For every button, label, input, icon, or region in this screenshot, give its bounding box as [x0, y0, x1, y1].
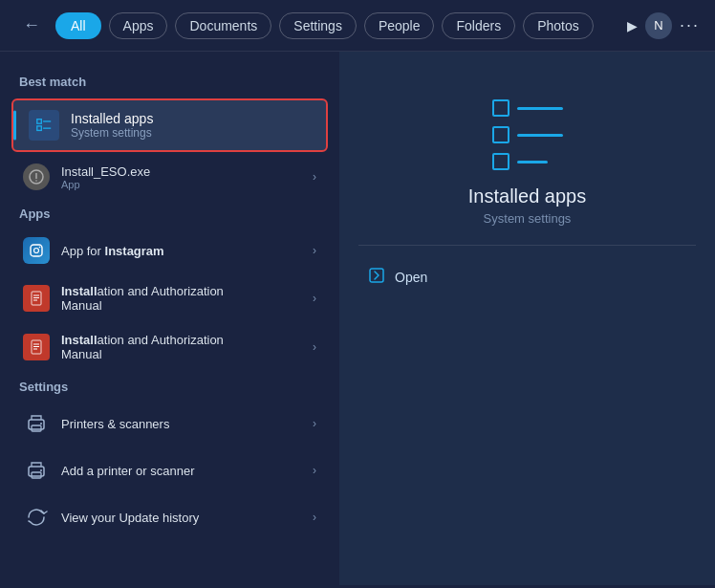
printers-icon: [23, 410, 50, 437]
detail-icon-area: [492, 99, 563, 170]
app-instagram-icon: [23, 237, 50, 264]
add-printer-chevron: ›: [313, 464, 316, 477]
open-action[interactable]: Open: [358, 261, 437, 294]
detail-divider: [358, 245, 696, 246]
svg-point-6: [35, 180, 37, 182]
svg-point-9: [39, 247, 41, 249]
best-match-item[interactable]: Installed apps System settings: [11, 98, 328, 152]
left-panel: Best match Installed apps System setting…: [0, 52, 339, 585]
tab-photos[interactable]: Photos: [523, 12, 594, 39]
app-instagram-chevron: ›: [313, 244, 316, 257]
best-match-label: Best match: [0, 67, 339, 95]
back-button[interactable]: ←: [15, 11, 48, 39]
svg-rect-0: [37, 120, 42, 124]
app-instagram-item[interactable]: App for Instagram ›: [4, 228, 336, 273]
install-eso-sub: App: [61, 179, 313, 190]
tab-people[interactable]: People: [364, 12, 435, 39]
app-manual1-chevron: ›: [313, 292, 316, 305]
svg-rect-7: [31, 245, 42, 256]
update-history-chevron: ›: [313, 511, 316, 524]
detail-title: Installed apps: [468, 185, 586, 207]
svg-rect-24: [370, 269, 383, 282]
app-manual1-icon: [23, 285, 50, 312]
printers-title: Printers & scanners: [61, 417, 313, 431]
install-eso-text: Install_ESO.exe App: [61, 164, 313, 190]
app-manual1-title: Installation and AuthorizationManual: [61, 284, 313, 313]
add-printer-icon: [23, 457, 50, 484]
app-manual1-item[interactable]: Installation and AuthorizationManual ›: [4, 274, 336, 322]
install-eso-item[interactable]: Install_ESO.exe App ›: [4, 156, 336, 198]
main-content: Best match Installed apps System setting…: [0, 52, 715, 585]
tab-documents[interactable]: Documents: [175, 12, 271, 39]
open-action-icon: [368, 267, 385, 288]
svg-rect-1: [37, 126, 42, 131]
update-history-title: View your Update history: [61, 511, 313, 525]
svg-point-8: [34, 249, 39, 253]
best-match-title: Installed apps: [71, 111, 311, 126]
top-nav: ← All Apps Documents Settings People Fol…: [0, 0, 715, 52]
tab-apps[interactable]: Apps: [109, 12, 168, 39]
app-manual2-title: Installation and AuthorizationManual: [61, 333, 313, 361]
installed-apps-icon: [29, 110, 59, 141]
detail-app-icon: [492, 99, 563, 170]
update-history-icon: [23, 504, 50, 531]
svg-point-23: [40, 469, 42, 471]
detail-sub: System settings: [484, 211, 572, 226]
settings-section-label: Settings: [0, 372, 339, 400]
printers-item[interactable]: Printers & scanners ›: [4, 401, 336, 446]
install-eso-chevron: ›: [313, 170, 316, 184]
tab-settings[interactable]: Settings: [279, 12, 357, 39]
user-avatar[interactable]: N: [645, 12, 672, 39]
add-printer-title: Add a printer or scanner: [61, 464, 313, 478]
apps-section-label: Apps: [0, 199, 339, 227]
app-manual2-chevron: ›: [313, 340, 316, 354]
install-eso-title: Install_ESO.exe: [61, 164, 313, 179]
best-match-sub: System settings: [71, 126, 311, 140]
add-printer-item[interactable]: Add a printer or scanner ›: [4, 447, 336, 493]
svg-rect-22: [32, 472, 41, 478]
printers-chevron: ›: [313, 417, 316, 430]
svg-point-20: [40, 423, 42, 425]
open-action-label: Open: [395, 270, 427, 285]
tab-all[interactable]: All: [55, 12, 101, 39]
play-icon: ▶: [627, 18, 638, 33]
update-history-item[interactable]: View your Update history ›: [4, 494, 336, 540]
more-options-icon[interactable]: ···: [680, 15, 700, 35]
app-manual2-item[interactable]: Installation and AuthorizationManual ›: [4, 323, 336, 371]
right-panel: Installed apps System settings Open: [339, 52, 715, 585]
svg-rect-19: [32, 425, 41, 431]
app-instagram-title: App for Instagram: [61, 244, 313, 258]
install-eso-icon: [23, 163, 50, 190]
tab-folders[interactable]: Folders: [442, 12, 515, 39]
app-manual2-icon: [23, 334, 50, 360]
best-match-text: Installed apps System settings: [71, 111, 311, 140]
